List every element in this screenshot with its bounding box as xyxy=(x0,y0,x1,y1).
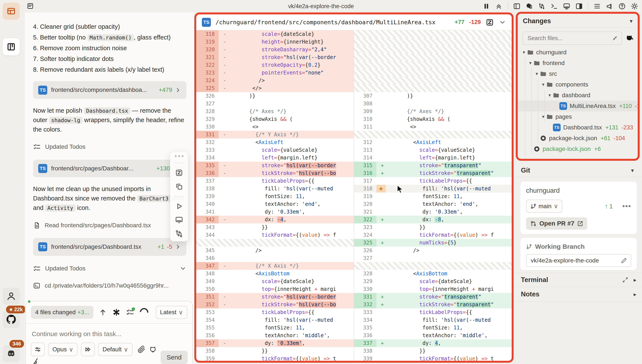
terminal-section[interactable]: Terminal ▸ xyxy=(515,273,642,287)
panel-right-icon[interactable] xyxy=(575,2,583,10)
open-in-editor-button[interactable] xyxy=(485,18,494,26)
line-number: 335 xyxy=(354,324,376,332)
chevron-down-icon[interactable] xyxy=(180,265,186,272)
diff-gap xyxy=(354,30,512,38)
caret-down-icon[interactable]: ▾ xyxy=(527,60,533,66)
caret-down-icon[interactable]: ▾ xyxy=(521,50,527,55)
todos-button[interactable] xyxy=(126,308,134,316)
line-number: 357 xyxy=(196,339,219,347)
diff-body[interactable]: 318- scale={dateScale}319- height={inner… xyxy=(196,30,512,361)
rail-kanban-tab[interactable] xyxy=(3,38,20,55)
clear-button[interactable] xyxy=(31,357,41,364)
changes-file-tree[interactable]: ▾churnguard▾frontend▾src▾components▾dash… xyxy=(518,47,638,154)
add-comment-button[interactable]: + xyxy=(376,185,386,192)
line-number: 321 xyxy=(354,208,376,216)
menu-icon[interactable] xyxy=(593,2,601,10)
pause-icon[interactable] xyxy=(483,2,490,10)
file-search-input[interactable] xyxy=(527,35,612,42)
caret-down-icon[interactable]: ▾ xyxy=(540,82,546,87)
expand-terminal-icon[interactable]: ▸ xyxy=(634,277,636,283)
working-branch-field[interactable] xyxy=(526,254,631,267)
collapse-diff-button[interactable] xyxy=(499,19,506,26)
tree-folder-dashboard[interactable]: ▾dashboard xyxy=(518,90,638,101)
run-button[interactable] xyxy=(175,202,183,210)
chat-transcript[interactable]: 4. Cleaner grid (subtler opacity)5. Bett… xyxy=(25,12,194,290)
monitor-icon[interactable] xyxy=(563,2,570,10)
tree-file-Dashboard.tsx[interactable]: TSDashboard.tsx+131-233 xyxy=(518,122,638,133)
todo-update-row[interactable]: Updated Todos xyxy=(33,142,186,152)
expand-notes-icon[interactable]: ▸ xyxy=(634,291,636,298)
git-more-menu[interactable]: ••• xyxy=(622,202,631,210)
tree-folder-frontend[interactable]: ▾frontend xyxy=(518,58,638,68)
caret-down-icon[interactable]: ▾ xyxy=(540,114,546,120)
message-text: , glass effect) xyxy=(134,34,171,41)
caret-down-icon[interactable]: ▾ xyxy=(533,71,540,76)
working-branch-input[interactable] xyxy=(530,257,621,264)
tree-folder-components[interactable]: ▾components xyxy=(518,79,638,90)
diff-button[interactable] xyxy=(175,230,183,238)
attach-button[interactable] xyxy=(138,346,145,353)
expand-icon[interactable] xyxy=(622,277,628,283)
pencil-icon[interactable] xyxy=(621,257,627,264)
message-text: Now let me polish xyxy=(33,107,84,114)
settings-gear-icon[interactable] xyxy=(631,2,638,10)
preview-button[interactable] xyxy=(175,216,183,224)
diff-line: 322- strokeOpacity={0.2} xyxy=(196,61,354,69)
file-chip[interactable]: TSfrontend/src/components/dashboa...+479 xyxy=(33,81,186,99)
rail-account-button[interactable] xyxy=(3,288,20,305)
caret-down-icon[interactable]: ▾ xyxy=(546,92,553,98)
diff-row: 331- {/* Y Axis */} xyxy=(196,131,512,138)
files-changed-pill[interactable]: 4 files changed +3... xyxy=(31,306,93,319)
tree-file-package-lock.json[interactable]: package-lock.json+61-104 xyxy=(518,133,638,144)
tree-folder-pages[interactable]: ▾pages xyxy=(518,112,638,122)
diff-line: 322+ dx: -8, xyxy=(354,216,512,224)
scroll-to-top-button[interactable] xyxy=(99,308,107,316)
todo-indicator-dot xyxy=(132,307,135,311)
drag-handle-icon[interactable] xyxy=(175,155,184,157)
todo-update-row[interactable]: Updated Todos xyxy=(33,264,186,273)
rail-github-button[interactable] xyxy=(3,311,20,328)
file-search-box[interactable] xyxy=(522,32,622,45)
tree-file-MultiLineArea.tsx[interactable]: TSMultiLineArea.tsx+110-162 xyxy=(518,101,638,112)
terminal-icon[interactable] xyxy=(550,2,558,10)
collapse-git-icon[interactable]: ▾ xyxy=(631,167,634,174)
latest-dropdown[interactable]: Latest∨ xyxy=(156,306,187,319)
line-number: 320 xyxy=(196,46,219,54)
diff-line: 345 /> xyxy=(196,246,354,254)
tool-terminal-row[interactable]: cd /private/var/folders/10/h7w0q46556ggr… xyxy=(33,281,186,290)
model-dropdown[interactable]: Opus∨ xyxy=(48,343,78,356)
panel-left-icon[interactable] xyxy=(513,2,520,10)
open-in-editor-button[interactable] xyxy=(175,169,183,177)
notes-section[interactable]: Notes ▸ xyxy=(515,287,642,301)
mode-dropdown[interactable]: Default∨ xyxy=(98,343,132,356)
line-number: 356 xyxy=(196,332,219,339)
settings-sliders-button[interactable] xyxy=(31,342,45,356)
open-pr-button[interactable]: Open PR #7 xyxy=(526,218,587,230)
collapse-changes-icon[interactable]: ▾ xyxy=(630,18,632,24)
rail-dashboard-tab[interactable] xyxy=(3,2,20,20)
tree-folder-src[interactable]: ▾src xyxy=(518,68,638,79)
help-icon[interactable] xyxy=(618,2,626,10)
git-compare-icon[interactable] xyxy=(538,2,545,10)
cat-icon[interactable] xyxy=(625,34,634,43)
chevrons-up-icon[interactable] xyxy=(495,2,502,10)
megaphone-icon[interactable] xyxy=(606,2,613,10)
message-input[interactable] xyxy=(31,330,187,338)
rail-discord-button[interactable] xyxy=(3,345,20,362)
push-ahead-count[interactable]: ↑1 xyxy=(605,202,613,210)
fast-forward-button[interactable] xyxy=(81,342,95,356)
send-button[interactable]: Send xyxy=(161,351,188,364)
diff-line: 326 /> xyxy=(354,246,512,254)
spark-button[interactable] xyxy=(112,308,121,316)
file-chip[interactable]: TSfrontend/src/pages/Dashboard.tsx+1-5 xyxy=(33,238,186,256)
copy-button[interactable] xyxy=(175,182,183,190)
tree-folder-churnguard[interactable]: ▾churnguard xyxy=(518,47,638,58)
tool-read-row[interactable]: Read frontend/src/pages/Dashboard.tsx xyxy=(33,221,186,230)
file-chip[interactable]: TSfrontend/src/pages/Dashboar...+130-22 xyxy=(33,160,186,178)
collapse-all-icon[interactable] xyxy=(612,35,618,42)
tree-file-package-lock.json[interactable]: package-lock.json+6 xyxy=(518,144,638,154)
diff-line: 332+ tickStroke="transparent" xyxy=(354,301,512,308)
cat-assistant-button[interactable] xyxy=(149,345,157,354)
branch-dropdown[interactable]: main∨ xyxy=(526,200,562,213)
chat-bubble-icon[interactable] xyxy=(526,2,533,10)
